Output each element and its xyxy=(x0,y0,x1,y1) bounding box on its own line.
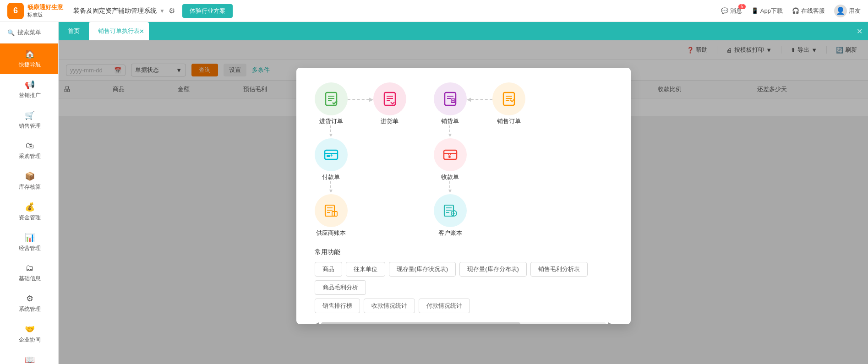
h-arrow-1: ▶ xyxy=(348,82,373,103)
top-right: 💬 消息 5 📱 App下载 🎧 在线客服 👤 用友 xyxy=(721,5,861,17)
flow-col-left: 进货订单 ▼ ¥ xyxy=(315,82,348,237)
sidebar-item-finance[interactable]: 💰 资金管理 xyxy=(0,196,58,227)
user-menu[interactable]: 👤 用友 xyxy=(834,5,861,17)
main-area: 🔍 搜索菜单 🏠 快捷导航 📢 营销推广 🛒 销售管理 🛍 xyxy=(0,22,868,364)
receipt-icon: ¥ xyxy=(434,138,467,171)
modal: 进货订单 ▼ ¥ xyxy=(296,68,631,324)
sidebar-item-operations[interactable]: 📊 经营管理 xyxy=(0,227,58,258)
svg-text:¥: ¥ xyxy=(448,153,451,159)
customer-label: 客户账本 xyxy=(438,229,462,237)
home-icon: 🏠 xyxy=(25,49,35,59)
logo-text: 畅康通好生意 标准版 xyxy=(27,4,63,18)
func-btn-5[interactable]: 商品毛利分析 xyxy=(315,280,366,295)
sales-icon: 🛒 xyxy=(25,110,35,120)
sales-slip-icon xyxy=(434,82,467,115)
func-btn-6[interactable]: 销售排行榜 xyxy=(315,299,360,313)
enterprise-icon: 🤝 xyxy=(25,324,35,334)
flow-node-payment[interactable]: ¥ xyxy=(315,138,348,171)
func-btn-1[interactable]: 往来单位 xyxy=(346,262,385,277)
close-all-tabs-btn[interactable]: ✕ xyxy=(857,27,863,35)
flow-diagram: 进货订单 ▼ ¥ xyxy=(315,82,612,237)
newbie-icon: 📖 xyxy=(25,355,35,364)
sales-slip-label: 销货单 xyxy=(441,117,459,125)
flow-node-supplier[interactable] xyxy=(315,194,348,227)
finance-icon: 💰 xyxy=(25,202,35,212)
sidebar-item-sales[interactable]: 🛒 销售管理 xyxy=(0,105,58,136)
settings-icon[interactable]: ⚙ xyxy=(169,6,175,15)
common-funcs: 常用功能 商品 往来单位 现存量(库存状况表) 现存量(库存分布表) 销售毛利分… xyxy=(315,248,612,313)
v-arrow-2: ▼ xyxy=(328,181,334,194)
flow-node-customer[interactable] xyxy=(434,194,467,227)
modal-content: 进货订单 ▼ ¥ xyxy=(296,68,631,324)
func-btn-8[interactable]: 付款情况统计 xyxy=(419,299,470,313)
sidebar-item-newbie[interactable]: 📖 新手引导 xyxy=(0,349,58,364)
sidebar-search-btn[interactable]: 🔍 搜索菜单 xyxy=(4,27,55,38)
sidebar-item-enterprise[interactable]: 🤝 企业协同 xyxy=(0,319,58,349)
func-btn-4[interactable]: 销售毛利分析表 xyxy=(530,262,588,277)
headset-icon: 🎧 xyxy=(792,7,799,14)
purchase-icon: 🛍 xyxy=(26,141,34,151)
sidebar-item-system[interactable]: ⚙ 系统管理 xyxy=(0,288,58,319)
sidebar-item-basic[interactable]: 🗂 基础信息 xyxy=(0,258,58,288)
svg-rect-27 xyxy=(444,205,453,216)
flow-col-fourth: 销售订单 xyxy=(492,82,525,125)
app-download-btn[interactable]: 📱 App下载 xyxy=(751,7,783,15)
func-btn-3[interactable]: 现存量(库存分布表) xyxy=(459,262,527,277)
purchase-order-icon xyxy=(315,82,348,115)
sales-order-icon xyxy=(492,82,525,115)
marketing-icon: 📢 xyxy=(25,80,35,90)
message-badge: 5 xyxy=(738,4,746,9)
modal-scrollbar: ◀ ▶ xyxy=(315,321,612,324)
customer-icon xyxy=(434,194,467,227)
tab-close-btn[interactable]: ✕ xyxy=(138,27,145,35)
system-name: 装备及固定资产辅助管理系统 ▼ xyxy=(73,7,165,15)
svg-rect-6 xyxy=(327,155,330,157)
sidebar-search-area: 🔍 搜索菜单 xyxy=(0,22,58,43)
func-btn-7[interactable]: 收款情况统计 xyxy=(364,299,415,313)
system-dropdown-arrow[interactable]: ▼ xyxy=(159,8,165,14)
sidebar-item-inventory[interactable]: 📦 库存核算 xyxy=(0,166,58,196)
flow-col-second: 进货单 xyxy=(373,82,406,125)
tab-bar-right: ✕ xyxy=(857,27,868,36)
supplier-label: 供应商账本 xyxy=(316,229,346,237)
page-content: ❓ 帮助 🖨 按模板打印 ▼ ⬆ 导出 ▼ xyxy=(59,40,868,364)
scroll-track[interactable] xyxy=(321,322,606,325)
payment-label: 付款单 xyxy=(322,173,340,181)
content-area: 首页 销售订单执行表 ✕ ✕ ❓ 帮助 xyxy=(59,22,868,364)
logo-icon: 6 xyxy=(7,3,24,19)
func-btn-0[interactable]: 商品 xyxy=(315,262,342,277)
mobile-icon: 📱 xyxy=(751,7,759,14)
message-icon: 💬 xyxy=(721,7,728,14)
message-btn[interactable]: 💬 消息 5 xyxy=(721,7,742,15)
flow-node-receipt[interactable]: ¥ xyxy=(434,138,467,171)
tab-sales-order[interactable]: 销售订单执行表 ✕ xyxy=(89,22,149,40)
purchase-slip-icon xyxy=(373,82,406,115)
flow-node-sales-order[interactable] xyxy=(492,82,525,115)
app-wrapper: 6 畅康通好生意 标准版 装备及固定资产辅助管理系统 ▼ ⚙ 体验行业方案 💬 … xyxy=(0,0,868,364)
sidebar-item-purchase[interactable]: 🛍 采购管理 xyxy=(0,136,58,166)
search-icon: 🔍 xyxy=(7,29,15,36)
modal-overlay[interactable]: 进货订单 ▼ ¥ xyxy=(59,40,868,364)
func-buttons-row-2: 销售排行榜 收款情况统计 付款情况统计 xyxy=(315,299,612,313)
flow-node-sales-slip[interactable] xyxy=(434,82,467,115)
func-buttons-row-1: 商品 往来单位 现存量(库存状况表) 现存量(库存分布表) 销售毛利分析表 商品… xyxy=(315,262,612,295)
trial-btn[interactable]: 体验行业方案 xyxy=(182,4,233,18)
h-arrow-2: ◀ xyxy=(467,82,492,103)
sidebar-item-marketing[interactable]: 📢 营销推广 xyxy=(0,74,58,105)
common-funcs-title: 常用功能 xyxy=(315,248,612,256)
scroll-left-btn[interactable]: ◀ xyxy=(315,321,319,324)
flow-node-purchase-slip[interactable] xyxy=(373,82,406,115)
tab-home[interactable]: 首页 xyxy=(59,22,89,40)
purchase-order-label: 进货订单 xyxy=(319,117,343,125)
payment-icon: ¥ xyxy=(315,138,348,171)
v-arrow-1: ▼ xyxy=(328,125,334,138)
online-service-btn[interactable]: 🎧 在线客服 xyxy=(792,7,825,15)
operations-icon: 📊 xyxy=(25,233,35,243)
scroll-right-btn[interactable]: ▶ xyxy=(608,321,612,324)
sidebar-nav: 🏠 快捷导航 📢 营销推广 🛒 销售管理 🛍 采购管理 📦 库存核 xyxy=(0,43,58,364)
flow-node-purchase-order[interactable] xyxy=(315,82,348,115)
sidebar-item-home[interactable]: 🏠 快捷导航 xyxy=(0,43,58,74)
func-btn-2[interactable]: 现存量(库存状况表) xyxy=(389,262,456,277)
sales-order-label: 销售订单 xyxy=(497,117,521,125)
sidebar: 🔍 搜索菜单 🏠 快捷导航 📢 营销推广 🛒 销售管理 🛍 xyxy=(0,22,59,364)
